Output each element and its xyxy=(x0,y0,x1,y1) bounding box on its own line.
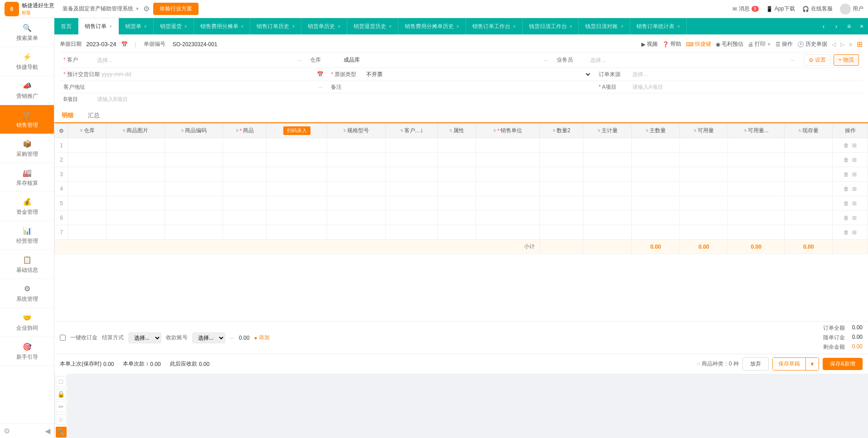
delivery-calendar-icon[interactable]: 📅 xyxy=(317,71,324,77)
sub-tab-summary[interactable]: 汇总 xyxy=(81,109,107,122)
delete-icon[interactable]: 🗑 xyxy=(844,171,849,178)
delete-icon[interactable]: 🗑 xyxy=(844,157,849,163)
b-project-input[interactable] xyxy=(95,95,859,103)
user-menu[interactable]: 用户 xyxy=(840,4,863,14)
tab-fee-split-history[interactable]: 销售费用分摊单历史 × xyxy=(398,18,466,34)
shortcut-btn[interactable]: ⌨ 快捷键 xyxy=(686,40,711,48)
nav-next-btn[interactable]: ▷ xyxy=(840,41,844,48)
tab-close-fee-split[interactable]: × xyxy=(241,24,244,29)
settings-field-btn[interactable]: ⚙ 设置 xyxy=(804,54,831,66)
tab-close-order-workbench[interactable]: × xyxy=(513,24,516,29)
warehouse-input[interactable] xyxy=(342,56,543,64)
payment-dots[interactable]: ··· xyxy=(230,335,234,341)
tab-home[interactable]: 首页 xyxy=(54,18,78,34)
tab-close-sales-return[interactable]: × xyxy=(144,24,147,29)
delete-icon[interactable]: 🗑 xyxy=(844,229,849,236)
sidebar-item-marketing[interactable]: 📣 营销推广 xyxy=(0,76,54,105)
sidebar-item-enterprise[interactable]: 🤝 企业协同 xyxy=(0,308,54,337)
calendar-icon[interactable]: 📅 xyxy=(121,41,128,48)
delete-icon[interactable]: 🗑 xyxy=(844,186,849,192)
customer-dots[interactable]: ··· xyxy=(296,58,303,63)
account-select[interactable]: 选择... xyxy=(192,332,225,343)
a-project-input[interactable] xyxy=(630,83,859,91)
tab-close-cash-daily[interactable]: × xyxy=(570,24,572,29)
settlement-select[interactable]: 选择... xyxy=(128,332,161,343)
settings-icon[interactable]: ⚙ xyxy=(4,427,10,435)
tab-close-sales-refund[interactable]: × xyxy=(184,24,187,29)
copy-icon[interactable]: ⊞ xyxy=(852,171,857,178)
system-selector[interactable]: 装备及固定资产辅助管理系统 ▼ xyxy=(63,5,140,13)
online-service-btn[interactable]: 🎧 在线客服 xyxy=(802,5,833,13)
sidebar-item-search[interactable]: 🔍 搜索菜单 xyxy=(0,18,54,47)
copy-icon[interactable]: ⊞ xyxy=(852,229,857,236)
rf-btn-1[interactable]: □ xyxy=(56,376,67,387)
add-material-btn[interactable]: + 物流 xyxy=(834,54,859,66)
help-btn[interactable]: ❓ 帮助 xyxy=(662,40,681,48)
delivery-input[interactable] xyxy=(100,70,317,78)
address-dots[interactable]: ··· xyxy=(317,84,324,90)
warehouse-dots[interactable]: ··· xyxy=(543,58,549,63)
row-spec[interactable] xyxy=(327,138,385,153)
tab-close-fee-split-history[interactable]: × xyxy=(456,24,459,29)
remark-input[interactable] xyxy=(363,83,591,91)
customer-input[interactable] xyxy=(95,56,296,64)
copy-icon[interactable]: ⊞ xyxy=(852,200,857,207)
copy-icon[interactable]: ⊞ xyxy=(852,186,857,192)
save-new-btn[interactable]: 保存&新增 xyxy=(823,358,863,370)
trial-btn[interactable]: 体验行业方案 xyxy=(153,3,199,15)
view-btn[interactable]: ▶ 视频 xyxy=(641,40,658,48)
tab-return-history[interactable]: 销货单历史 × xyxy=(301,18,347,34)
col-gear[interactable]: ⚙ xyxy=(55,124,68,138)
tab-cash-daily[interactable]: 钱货日清工作台 × xyxy=(523,18,579,34)
salesperson-dots[interactable]: ··· xyxy=(789,58,796,63)
sidebar-item-guide[interactable]: 🎯 新手引导 xyxy=(0,337,54,366)
save-draft-btn[interactable]: 保存草稿 xyxy=(773,358,806,370)
delete-icon[interactable]: 🗑 xyxy=(844,200,849,207)
copy-icon[interactable]: ⊞ xyxy=(852,215,857,221)
row-product[interactable] xyxy=(223,138,267,153)
discard-btn[interactable]: 放弃 xyxy=(742,357,769,371)
app-download-btn[interactable]: 📱 App下载 xyxy=(766,5,795,13)
rf-btn-4[interactable]: ☆ xyxy=(56,414,67,425)
delete-icon[interactable]: 🗑 xyxy=(844,142,849,149)
one-click-checkbox[interactable] xyxy=(60,335,66,341)
row-sales-unit[interactable] xyxy=(476,138,540,153)
tab-fee-split[interactable]: 销售费用分摊单 × xyxy=(194,18,251,34)
gear-icon[interactable]: ⚙ xyxy=(143,5,150,13)
copy-icon[interactable]: ⊞ xyxy=(852,142,857,149)
tab-close-cash-reconcile[interactable]: × xyxy=(621,24,623,29)
copy-icon[interactable]: ⊞ xyxy=(852,157,857,163)
tab-refund-history[interactable]: 销货退货历史 × xyxy=(347,18,398,34)
rf-btn-2[interactable]: 🔒 xyxy=(56,389,67,399)
collapse-icon[interactable]: ◀ xyxy=(45,427,50,435)
operations-btn[interactable]: ☰ 操作 xyxy=(776,40,793,48)
nav-prev-btn[interactable]: ◁ xyxy=(832,41,836,48)
tab-close-sales-stats[interactable]: × xyxy=(677,24,680,29)
tab-close-refund-history[interactable]: × xyxy=(389,24,392,29)
invoice-select[interactable]: 不开票 xyxy=(363,70,591,79)
tab-close-all-btn[interactable]: × xyxy=(855,18,868,34)
save-draft-arrow-btn[interactable]: ▼ xyxy=(806,358,819,370)
tab-sales-order[interactable]: 销售订单 × xyxy=(78,18,119,34)
row-customer-code[interactable] xyxy=(385,138,438,153)
list-view-btn[interactable]: ≡ xyxy=(849,41,852,48)
row-attribute[interactable] xyxy=(438,138,476,153)
sidebar-item-purchase[interactable]: 📦 采购管理 xyxy=(0,134,54,163)
rf-btn-5[interactable]: 🔧 xyxy=(56,427,67,438)
tab-menu-btn[interactable]: ≡ xyxy=(843,18,855,34)
tab-close-sales-order[interactable]: × xyxy=(109,24,112,29)
row-warehouse[interactable] xyxy=(68,138,107,153)
message-btn[interactable]: ✉ 消息 9 xyxy=(732,5,759,13)
col-scan[interactable]: 扫码录入 xyxy=(267,124,327,138)
sidebar-item-system[interactable]: ⚙ 系统管理 xyxy=(0,279,54,308)
row-code[interactable] xyxy=(165,138,223,153)
history-btn[interactable]: 🕐 历史单据 xyxy=(797,40,827,48)
row-main-qty[interactable] xyxy=(631,138,679,153)
tab-cash-reconcile[interactable]: 钱货日清对账 × xyxy=(579,18,630,34)
sidebar-item-sales[interactable]: 🛒 销售管理 xyxy=(0,105,54,134)
sidebar-item-quick[interactable]: ⚡ 快捷导航 xyxy=(0,47,54,76)
tab-next-btn[interactable]: › xyxy=(830,18,843,34)
tab-sales-refund[interactable]: 销货退货 × xyxy=(154,18,194,34)
table-wrapper[interactable]: ⚙ ⇅ 仓库 ⇅ 商品图片 ⇅ 商品编码 xyxy=(54,123,868,321)
tab-prev-btn[interactable]: ‹ xyxy=(817,18,830,34)
